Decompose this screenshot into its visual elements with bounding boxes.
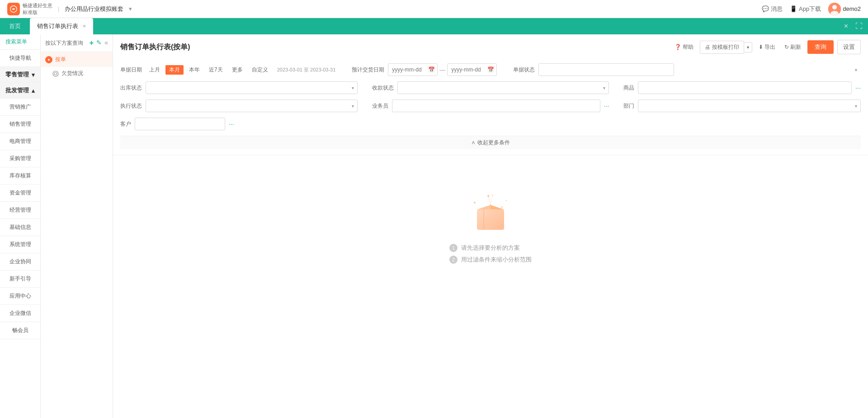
- collapse-bar[interactable]: ∧ 收起更多条件: [120, 136, 861, 149]
- tab-minimize-button[interactable]: ×: [842, 20, 850, 32]
- sidebar-item-enterprise[interactable]: 企业协同: [0, 253, 40, 271]
- scheme-edit-button[interactable]: ✎: [96, 39, 102, 47]
- filter-group-date: 单据日期 上月 本月 本年 近7天 更多 自定义 2023-03-01 至 20…: [120, 65, 335, 75]
- refresh-label: 刷新: [790, 43, 801, 51]
- this-year-tab[interactable]: 本年: [185, 65, 203, 75]
- sidebar-item-member[interactable]: 畅会员: [0, 322, 40, 339]
- app-download-icon: 📱: [790, 5, 797, 12]
- settings-button[interactable]: 设置: [837, 40, 861, 54]
- doc-status-select[interactable]: [538, 63, 674, 76]
- goods-more-icon[interactable]: ···: [855, 84, 861, 91]
- breadcrumb-dropdown-icon[interactable]: ▾: [129, 5, 132, 12]
- collect-status-select-wrapper: ▾: [397, 81, 609, 94]
- collapse-icon: ∧: [471, 139, 477, 146]
- customer-input[interactable]: [135, 118, 225, 130]
- sidebar-item-wechat[interactable]: 企业微信: [0, 305, 40, 322]
- last7-tab[interactable]: 近7天: [205, 65, 226, 75]
- tab-expand-button[interactable]: ⛶: [854, 20, 864, 32]
- filter-group-salesman: 业务员 ···: [372, 100, 609, 112]
- scheme-add-button[interactable]: +: [90, 39, 94, 47]
- scheme-sub-item-owe[interactable]: 欠货情况: [41, 67, 113, 80]
- sidebar-item-finance[interactable]: 资金管理: [0, 185, 40, 202]
- custom-tab[interactable]: 自定义: [248, 65, 272, 75]
- out-status-label: 出库状态: [120, 84, 142, 92]
- goods-label: 商品: [623, 84, 634, 92]
- svg-line-14: [491, 195, 493, 205]
- svg-line-13: [488, 196, 491, 205]
- query-button[interactable]: 查询: [807, 40, 834, 54]
- help-label: 帮助: [683, 43, 693, 51]
- salesman-input[interactable]: [392, 100, 600, 112]
- help-icon: ❓: [675, 44, 681, 50]
- customer-label: 客户: [120, 120, 131, 128]
- sidebar-item-sales[interactable]: 销售管理: [0, 116, 40, 133]
- active-tab[interactable]: 销售订单执行表 ×: [30, 18, 93, 34]
- scheme-item-by-order[interactable]: ● 按单: [41, 52, 113, 67]
- filter-row-3: 执行状态 ▾ 业务员 ··· 部门: [120, 100, 861, 112]
- dept-select[interactable]: [638, 100, 861, 112]
- this-month-tab[interactable]: 本月: [165, 65, 184, 75]
- doc-status-select-wrapper: ▾: [538, 63, 861, 76]
- sidebar-finance-label: 资金管理: [9, 189, 31, 197]
- sidebar-item-guide[interactable]: 新手引导: [0, 271, 40, 288]
- sidebar-item-marketing[interactable]: 营销推广: [0, 99, 40, 116]
- logo-area: 畅捷通好生意 标准版: [7, 2, 52, 15]
- filter-row-2: 出库状态 ▾ 收款状态 ▾ 商品: [120, 81, 861, 94]
- print-dropdown-arrow[interactable]: ▾: [744, 42, 752, 52]
- help-button[interactable]: ❓ 帮助: [672, 42, 696, 53]
- expected-date-from-input[interactable]: [388, 63, 438, 76]
- sidebar-item-operations[interactable]: 经营管理: [0, 202, 40, 219]
- dept-label: 部门: [623, 102, 634, 110]
- svg-marker-7: [477, 205, 491, 209]
- sidebar-item-inventory[interactable]: 库存核算: [0, 167, 40, 185]
- logo-svg: [9, 5, 18, 13]
- sidebar-enterprise-label: 企业协同: [9, 258, 31, 266]
- sidebar-item-system[interactable]: 系统管理: [0, 236, 40, 253]
- home-tab[interactable]: 首页: [0, 18, 30, 34]
- sidebar-search[interactable]: 搜索菜单: [0, 34, 40, 50]
- customer-more-icon[interactable]: ···: [229, 120, 234, 128]
- scheme-collapse-button[interactable]: «: [104, 39, 108, 47]
- sidebar-search-label: 搜索菜单: [5, 38, 27, 45]
- goods-input[interactable]: [638, 81, 852, 94]
- user-profile[interactable]: demo2: [828, 3, 861, 15]
- scheme-panel-header: 按以下方案查询 + ✎ «: [41, 34, 113, 52]
- exec-status-select-wrapper: ▾: [146, 100, 358, 112]
- sidebar-item-basic-info[interactable]: 基础信息: [0, 219, 40, 236]
- out-status-select[interactable]: [146, 81, 358, 94]
- scheme-active-icon: ●: [45, 56, 52, 63]
- print-icon: 🖨: [705, 44, 710, 50]
- user-name[interactable]: demo2: [843, 5, 861, 12]
- filter-group-customer: 客户 ···: [120, 118, 365, 130]
- sidebar-item-wholesale[interactable]: 批发管理 ▴: [0, 83, 40, 99]
- scheme-sub-icon: [52, 71, 59, 77]
- sidebar-item-purchase[interactable]: 采购管理: [0, 150, 40, 167]
- sidebar-item-quick-nav[interactable]: 快捷导航: [0, 50, 40, 67]
- tab-close-icon[interactable]: ×: [83, 23, 86, 29]
- more-tab[interactable]: 更多: [228, 65, 246, 75]
- expected-date-to-input[interactable]: [447, 63, 497, 76]
- sidebar-item-app-center[interactable]: 应用中心: [0, 288, 40, 305]
- empty-tip-1: 1 请先选择要分析的方案: [449, 244, 532, 252]
- exec-status-select[interactable]: [146, 100, 358, 112]
- tab-bar: 首页 销售订单执行表 × × ⛶: [0, 18, 868, 34]
- sidebar-sales-label: 销售管理: [9, 120, 31, 128]
- last-month-tab[interactable]: 上月: [146, 65, 164, 75]
- salesman-more-icon[interactable]: ···: [604, 102, 609, 109]
- sidebar-item-ecommerce[interactable]: 电商管理: [0, 133, 40, 150]
- filter-group-dept: 部门 ▾: [623, 100, 861, 112]
- app-download-button[interactable]: 📱 App下载: [790, 5, 821, 13]
- refresh-button[interactable]: ↻ 刷新: [782, 42, 804, 53]
- svg-point-11: [506, 200, 507, 201]
- sidebar-guide-label: 新手引导: [9, 275, 31, 283]
- message-button[interactable]: 💬 消息: [762, 5, 783, 13]
- filter-row-1: 单据日期 上月 本月 本年 近7天 更多 自定义 2023-03-01 至 20…: [120, 63, 861, 76]
- content-area: 按以下方案查询 + ✎ « ● 按单 欠货情况: [41, 34, 868, 418]
- print-trigger-button[interactable]: 🖨 按模板打印: [700, 41, 744, 54]
- tip-num-1: 1: [449, 244, 458, 252]
- sidebar-basic-info-label: 基础信息: [9, 223, 31, 231]
- sidebar-item-retail[interactable]: 零售管理 ▾: [0, 67, 40, 83]
- scheme-panel-actions: + ✎ «: [90, 39, 108, 47]
- export-button[interactable]: ⬇ 导出: [756, 42, 778, 53]
- collect-status-select[interactable]: [397, 81, 609, 94]
